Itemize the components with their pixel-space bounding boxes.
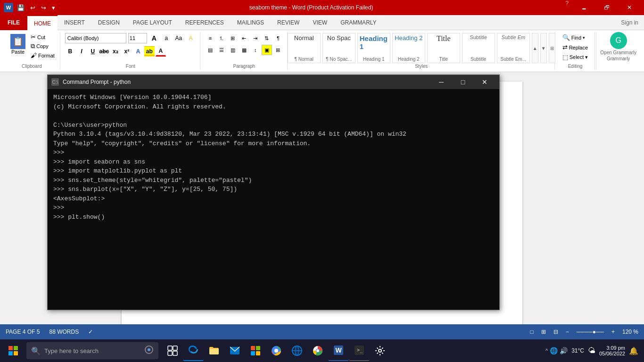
redo-quick-btn[interactable]: ↪ <box>39 3 48 12</box>
tab-mailings[interactable]: MAILINGS <box>231 15 271 30</box>
bullets-btn[interactable]: ≡ <box>205 33 215 43</box>
style-no-spacing[interactable]: No Spac ¶ No Spac... <box>322 33 355 63</box>
edge-taskbar-btn[interactable] <box>183 340 204 361</box>
find-button[interactable]: 🔍 Find ▾ <box>560 33 588 42</box>
font-shrink-btn[interactable]: a <box>161 33 172 43</box>
cmd-minimize-btn[interactable]: ─ <box>430 75 452 89</box>
task-view-btn[interactable] <box>162 340 183 361</box>
font-grow-btn[interactable]: A <box>149 33 159 43</box>
subscript-btn[interactable]: x₂ <box>110 46 121 57</box>
terminal-taskbar-btn[interactable]: >_ <box>349 340 370 361</box>
style-heading1[interactable]: Heading 1 Heading 1 <box>357 33 390 63</box>
superscript-btn[interactable]: x² <box>122 46 132 57</box>
zoom-in-btn[interactable]: + <box>611 329 615 335</box>
decrease-indent-btn[interactable]: ⇤ <box>239 33 249 43</box>
italic-btn[interactable]: I <box>76 46 87 57</box>
styles-scroll-up[interactable]: ▲ <box>532 33 538 63</box>
tab-insert[interactable]: INSERT <box>58 15 91 30</box>
customize-quick-btn[interactable]: ▾ <box>50 3 57 12</box>
tab-file[interactable]: FILE <box>0 15 27 30</box>
file-explorer-btn[interactable] <box>204 340 224 361</box>
bold-btn[interactable]: B <box>65 46 75 57</box>
proofing-icon[interactable]: ✓ <box>88 329 93 335</box>
tab-page-layout[interactable]: PAGE LAYOUT <box>126 15 179 30</box>
mail-taskbar-btn[interactable] <box>224 340 245 361</box>
start-button[interactable] <box>2 339 25 362</box>
multilevel-btn[interactable]: ⊞ <box>228 33 238 43</box>
select-button[interactable]: ⬚ Select ▾ <box>560 53 591 62</box>
tray-arrow[interactable]: ^ <box>545 348 548 354</box>
replace-button[interactable]: ⇄ Replace <box>560 43 591 52</box>
word-taskbar-btn[interactable]: W <box>328 340 349 361</box>
browser2-taskbar-btn[interactable] <box>287 340 307 361</box>
tab-view[interactable]: VIEW <box>306 15 334 30</box>
cut-button[interactable]: ✂ Cut <box>29 33 56 41</box>
align-left-btn[interactable]: ▤ <box>205 45 215 55</box>
tab-review[interactable]: REVIEW <box>271 15 306 30</box>
increase-indent-btn[interactable]: ⇥ <box>250 33 261 43</box>
save-quick-btn[interactable]: 💾 <box>15 3 26 12</box>
underline-btn[interactable]: U <box>88 46 98 57</box>
justify-btn[interactable]: ▦ <box>239 45 249 55</box>
minimize-btn[interactable]: 🗕 <box>573 0 595 15</box>
signin-link[interactable]: Sign in <box>621 19 644 26</box>
grammarly-icon[interactable]: G <box>610 32 627 49</box>
tab-home[interactable]: HOME <box>27 15 58 30</box>
cmd-line-9: >>> import matplotlib.pyplot as plt <box>53 166 494 176</box>
styles-expand[interactable]: ⊞ <box>549 33 555 63</box>
text-effects-btn[interactable]: A <box>133 46 143 57</box>
style-subtle-em[interactable]: Subtle Em Subtle Em... <box>497 33 530 63</box>
cmd-close-btn[interactable]: ✕ <box>474 75 495 89</box>
undo-quick-btn[interactable]: ↩ <box>28 3 37 12</box>
show-formatting-btn[interactable]: ¶ <box>273 33 283 43</box>
font-color-btn[interactable]: A <box>156 46 166 57</box>
close-btn[interactable]: ✕ <box>619 0 640 15</box>
tab-design[interactable]: DESIGN <box>91 15 126 30</box>
chrome-taskbar-btn[interactable] <box>307 340 328 361</box>
style-heading2[interactable]: Heading 2 Heading 2 <box>392 33 425 63</box>
zoom-level: 120 % <box>622 329 638 335</box>
web-layout-btn[interactable]: ⊟ <box>553 329 558 335</box>
paste-button[interactable]: 📋 Paste <box>8 33 28 56</box>
style-normal[interactable]: Normal ¶ Normal <box>288 33 321 63</box>
borders-btn[interactable]: ⊞ <box>273 45 283 55</box>
network-icon[interactable]: 🌐 <box>550 347 558 354</box>
notification-icon[interactable]: 🔔 <box>629 346 638 355</box>
font-name-input[interactable] <box>65 33 126 43</box>
shading-btn[interactable]: ▣ <box>262 45 272 55</box>
styles-scroll-down[interactable]: ▼ <box>540 33 547 63</box>
focus-mode-btn[interactable]: □ <box>530 329 533 335</box>
cmd-output[interactable]: Microsoft Windows [Version 10.0.19044.17… <box>48 89 499 310</box>
settings-taskbar-btn[interactable] <box>370 340 390 361</box>
taskbar-clock[interactable]: 3:09 pm 05/06/2022 <box>599 345 625 356</box>
print-layout-btn[interactable]: ⊞ <box>541 329 546 335</box>
volume-icon[interactable]: 🔊 <box>560 347 568 354</box>
style-title-preview: Title <box>437 34 451 43</box>
zoom-out-btn[interactable]: − <box>566 329 569 335</box>
cmd-restore-btn[interactable]: □ <box>452 75 474 89</box>
font-size-input[interactable] <box>128 33 147 43</box>
font-case-btn[interactable]: Aa <box>173 33 184 43</box>
copy-button[interactable]: ⧉ Copy <box>29 42 56 50</box>
tab-grammarly[interactable]: GRAMMARLY <box>334 15 383 30</box>
font-highlight-btn[interactable]: A <box>186 33 196 43</box>
cmd-line-12: <AxesSubplot:> <box>53 194 494 204</box>
style-title[interactable]: Title Title <box>427 33 460 63</box>
taskbar-search-box[interactable]: 🔍 Type here to search <box>26 342 158 359</box>
chrome-alt-taskbar-btn[interactable] <box>266 340 287 361</box>
align-right-btn[interactable]: ▥ <box>228 45 238 55</box>
text-highlight-color-btn[interactable]: ab <box>144 46 155 57</box>
store-taskbar-btn[interactable] <box>245 340 266 361</box>
format-painter-button[interactable]: 🖌 Format <box>29 51 56 59</box>
strikethrough-btn[interactable]: abc <box>99 46 109 57</box>
tab-references[interactable]: REFERENCES <box>179 15 231 30</box>
zoom-slider[interactable]: ────●── <box>577 329 604 335</box>
numbering-btn[interactable]: ⒈ <box>216 33 227 43</box>
line-spacing-btn[interactable]: ↕ <box>250 45 261 55</box>
style-heading2-preview: Heading 2 <box>395 34 422 41</box>
align-center-btn[interactable]: ☰ <box>216 45 227 55</box>
svg-rect-1 <box>14 346 18 350</box>
style-subtitle[interactable]: Subtitle Subtitle <box>462 33 495 63</box>
restore-btn[interactable]: 🗗 <box>596 0 618 15</box>
sort-btn[interactable]: ⇅ <box>262 33 272 43</box>
